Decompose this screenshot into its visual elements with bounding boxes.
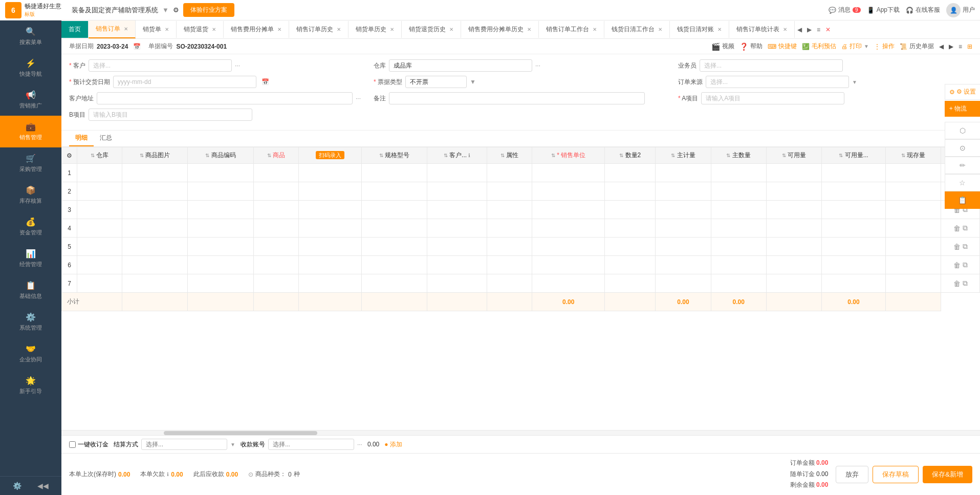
settings-panel-btn[interactable]: ⚙ ⚙ 设置: [945, 84, 980, 100]
save-new-btn[interactable]: 保存&新增: [923, 466, 972, 483]
tab-home[interactable]: 首页: [61, 21, 89, 38]
tab-sales-return[interactable]: 销货单 ✕: [136, 21, 177, 38]
grid-view-btn[interactable]: ⊞: [967, 43, 972, 50]
tab-sales-order[interactable]: 销售订单 ✕: [89, 20, 136, 38]
tab-sales-stat-close[interactable]: ✕: [783, 27, 787, 32]
delivery-date-input[interactable]: [113, 76, 256, 88]
app-download-btn[interactable]: 📱 App下载: [867, 6, 900, 14]
tab-sales-refund-history[interactable]: 销货退货历史 ✕: [402, 21, 461, 38]
date-picker-icon[interactable]: 📅: [133, 43, 141, 50]
view-btn[interactable]: 🎬 视频: [711, 42, 734, 51]
sidebar-item-purchase[interactable]: 🛒 采购管理: [0, 147, 61, 179]
customer-input[interactable]: [89, 59, 232, 72]
tab-cash-reconcile-close[interactable]: ✕: [717, 27, 722, 32]
detail-tab-summary[interactable]: 汇总: [94, 131, 118, 146]
save-draft-btn[interactable]: 保存草稿: [873, 466, 919, 483]
nav-prev-btn[interactable]: ◀: [939, 43, 944, 50]
tab-nav-next[interactable]: ▶: [804, 26, 814, 33]
online-service-btn[interactable]: 🎧 在线客服: [906, 6, 940, 14]
order-source-input[interactable]: [706, 76, 849, 88]
b-project-input[interactable]: [89, 109, 252, 121]
tab-sales-stat[interactable]: 销售订单统计表 ✕: [729, 21, 795, 38]
print-btn[interactable]: 🖨 打印 ▼: [841, 42, 869, 51]
tab-sales-fee-split-close[interactable]: ✕: [277, 27, 281, 32]
right-panel-icon-3[interactable]: ✏: [945, 157, 980, 174]
profit-btn[interactable]: 💹 毛利预估: [802, 42, 836, 51]
tab-sales-fee-split-history[interactable]: 销售费用分摊单历史 ✕: [461, 21, 539, 38]
notes-input[interactable]: [389, 92, 645, 104]
tab-sales-return-close[interactable]: ✕: [165, 27, 169, 32]
tab-cash-reconcile[interactable]: 钱货日清对账 ✕: [670, 21, 729, 38]
tab-sales-refund-history-close[interactable]: ✕: [449, 27, 453, 32]
sidebar-item-sysmgmt[interactable]: ⚙️ 系统管理: [0, 306, 61, 338]
one-click-checkout-checkbox[interactable]: [69, 441, 76, 448]
customer-address-input[interactable]: [97, 92, 353, 104]
nav-next-btn[interactable]: ▶: [949, 43, 953, 50]
salesperson-input[interactable]: [700, 59, 843, 72]
ticket-type-input[interactable]: [405, 76, 467, 88]
tab-sales-order-history-close[interactable]: ✕: [337, 27, 341, 32]
row-copy-btn-4[interactable]: ⧉: [963, 224, 968, 232]
customer-address-more-icon[interactable]: ···: [356, 95, 361, 102]
tab-sales-fee-split-history-close[interactable]: ✕: [527, 27, 531, 32]
sidebar-item-marketing[interactable]: 📢 营销推广: [0, 84, 61, 116]
sidebar-item-newguide[interactable]: 🌟 新手引导: [0, 370, 61, 401]
sidebar-item-finance[interactable]: 💰 资金管理: [0, 211, 61, 243]
sidebar-item-sales[interactable]: 💼 销售管理: [0, 116, 61, 147]
row-copy-btn-7[interactable]: ⧉: [963, 279, 968, 288]
a-project-input[interactable]: [701, 92, 844, 104]
settlement-dropdown-icon[interactable]: ▼: [230, 442, 235, 447]
user-btn[interactable]: 👤 用户: [946, 3, 975, 17]
right-panel-icon-1[interactable]: ⬡: [945, 122, 980, 139]
tab-sales-fee-split[interactable]: 销售费用分摊单 ✕: [224, 21, 289, 38]
history-btn[interactable]: 📜 历史单据: [900, 42, 934, 51]
sidebar-settings-icon[interactable]: ⚙️: [13, 482, 21, 490]
order-source-dropdown-icon[interactable]: ▼: [852, 79, 857, 85]
tab-close-all[interactable]: ✕: [823, 26, 833, 33]
row-delete-btn-6[interactable]: 🗑: [953, 261, 961, 269]
sidebar-item-search[interactable]: 🔍 搜索菜单: [0, 20, 61, 52]
ticket-type-dropdown-icon[interactable]: ▼: [470, 78, 476, 85]
tab-sales-order-workbench-close[interactable]: ✕: [593, 27, 597, 32]
tab-sales-order-history[interactable]: 销售订单历史 ✕: [289, 21, 349, 38]
help-btn[interactable]: ❓ 帮助: [739, 42, 763, 51]
delivery-date-calendar-icon[interactable]: 📅: [262, 78, 269, 85]
sidebar-collapse-icon[interactable]: ◀◀: [37, 482, 49, 490]
message-btn[interactable]: 💬 消息 9: [829, 6, 861, 14]
row-copy-btn-6[interactable]: ⧉: [963, 261, 968, 269]
actions-btn[interactable]: ⋮ 操作: [874, 42, 895, 51]
table-scrollbar[interactable]: [61, 430, 980, 435]
sidebar-item-inventory[interactable]: 📦 库存核算: [0, 179, 61, 211]
discard-btn[interactable]: 放弃: [836, 466, 868, 483]
sidebar-item-ops[interactable]: 📊 经营管理: [0, 243, 61, 274]
tab-cash-daily-workbench-close[interactable]: ✕: [658, 27, 662, 32]
settings-gear-icon[interactable]: ⚙: [173, 6, 179, 14]
sidebar-item-corpcollab[interactable]: 🤝 企业协同: [0, 338, 61, 370]
tab-sales-refund[interactable]: 销货退货 ✕: [177, 21, 224, 38]
right-panel-icon-2[interactable]: ⊙: [945, 139, 980, 157]
detail-tab-detail[interactable]: 明细: [69, 131, 94, 146]
row-delete-btn-7[interactable]: 🗑: [953, 279, 961, 288]
sidebar-item-basicinfo[interactable]: 📋 基础信息: [0, 274, 61, 306]
account-more-icon[interactable]: ···: [357, 441, 362, 448]
tab-sales-order-close[interactable]: ✕: [124, 26, 128, 32]
th-scan-entry[interactable]: 扫码录入: [298, 147, 361, 164]
add-material-btn[interactable]: + 物流: [945, 101, 980, 117]
add-btn[interactable]: ● 添加: [384, 440, 402, 449]
list-view-btn[interactable]: ≡: [959, 43, 962, 50]
warehouse-more-icon[interactable]: ···: [535, 62, 540, 69]
tab-sales-refund-close[interactable]: ✕: [212, 27, 216, 32]
right-panel-icon-4[interactable]: ☆: [945, 174, 980, 191]
account-input[interactable]: [268, 439, 354, 450]
tab-nav-prev[interactable]: ◀: [795, 26, 804, 33]
settlement-method-input[interactable]: [141, 439, 227, 450]
tab-sales-order-workbench[interactable]: 销售订单工作台 ✕: [539, 21, 604, 38]
shortcut-btn[interactable]: ⌨ 快捷键: [768, 42, 797, 51]
customer-more-icon[interactable]: ···: [235, 62, 240, 69]
row-delete-btn-5[interactable]: 🗑: [953, 242, 961, 251]
industry-solution-btn[interactable]: 体验行业方案: [183, 3, 234, 17]
sidebar-item-quicknav[interactable]: ⚡ 快捷导航: [0, 52, 61, 84]
tab-sales-return-history[interactable]: 销货单历史 ✕: [349, 21, 402, 38]
warehouse-input[interactable]: [389, 59, 532, 72]
tab-cash-daily-workbench[interactable]: 钱货日清工作台 ✕: [604, 21, 670, 38]
